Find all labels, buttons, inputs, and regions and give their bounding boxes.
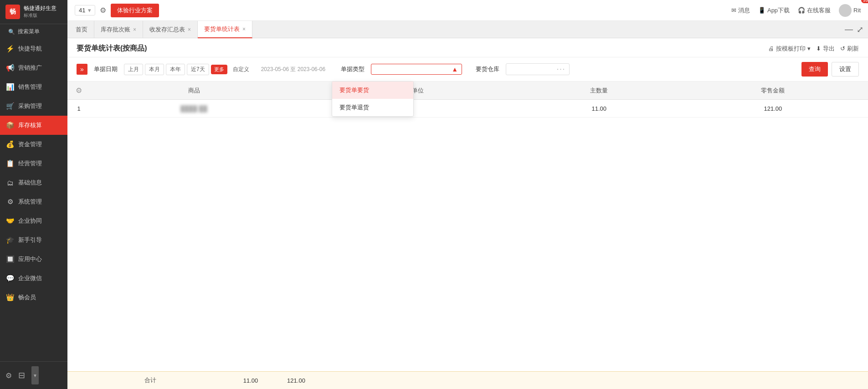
tab-receive-summary[interactable]: 收发存汇总表 ×	[143, 21, 198, 38]
table-body: 1 ████ ██ 块 11.00 121.00	[67, 100, 868, 118]
company-selector[interactable]: 41 ▾	[75, 5, 95, 15]
app-download-action[interactable]: 📱 App下载	[758, 6, 790, 15]
this-month-button[interactable]: 本月	[145, 64, 164, 75]
warehouse-filter-input[interactable]: ···	[506, 63, 570, 75]
sidebar-search[interactable]: 🔍 搜索菜单	[0, 24, 67, 39]
tab-expand-button[interactable]: ⤢	[857, 25, 863, 35]
sidebar-item-basic-info[interactable]: 🗂 基础信息	[0, 173, 67, 192]
warehouse-filter-label: 要货仓库	[476, 65, 499, 73]
print-label: 按模板打印	[776, 45, 806, 53]
header-settings-icon[interactable]: ⚙	[100, 6, 106, 15]
sidebar-item-membership[interactable]: 👑 畅会员	[0, 288, 67, 307]
sidebar-item-marketing[interactable]: 📢 营销推广	[0, 58, 67, 77]
tab-minimize-button[interactable]: —	[845, 25, 853, 34]
sidebar-nav: ⚡ 快捷导航 📢 营销推广 📊 销售管理 🛒 采购管理 📦 库存核算 💰 资金管…	[0, 39, 67, 361]
date-shortcuts: 上月 本月 本年 近7天 更多 自定义	[124, 64, 253, 75]
warehouse-dots-icon[interactable]: ···	[557, 65, 565, 73]
sidebar-item-label: 销售管理	[18, 83, 42, 91]
tab-order-stats-close[interactable]: ×	[242, 26, 246, 32]
sidebar-item-label: 库存核算	[18, 121, 42, 129]
trial-button[interactable]: 体验行业方案	[111, 4, 159, 17]
content-area: 要货单统计表(按商品) 🖨 按模板打印 ▾ ⬇ 导出 ↺ 刷新 »	[67, 38, 868, 389]
sidebar-item-guide[interactable]: 🎓 新手引导	[0, 230, 67, 250]
dropdown-item-order-purchase[interactable]: 要货单要货	[332, 82, 413, 99]
table-row: 1 ████ ██ 块 11.00 121.00	[67, 100, 868, 118]
tab-receive-summary-close[interactable]: ×	[188, 26, 191, 33]
online-service-action[interactable]: 🎧 在线客服	[798, 6, 831, 15]
company-chevron-icon: ▾	[88, 7, 91, 14]
logo-name: 畅捷通好生意	[24, 5, 56, 12]
type-filter-input-wrap[interactable]: ▲	[371, 64, 462, 75]
column-settings-icon[interactable]: ⚙	[76, 87, 82, 94]
message-icon: ✉	[731, 7, 736, 14]
sidebar-item-label: 快捷导航	[18, 45, 42, 53]
dropdown-item-order-return[interactable]: 要货单退货	[332, 99, 413, 116]
user-avatar	[839, 4, 852, 17]
type-filter-input[interactable]	[375, 66, 452, 73]
quick-nav-icon: ⚡	[5, 44, 15, 53]
user-name: Rit	[853, 7, 861, 14]
row-amount: 121.00	[678, 100, 868, 118]
sidebar-item-label: 新手引导	[18, 236, 42, 244]
membership-icon: 👑	[5, 293, 15, 302]
sidebar-item-inventory[interactable]: 📦 库存核算	[0, 116, 67, 135]
data-table: ⚙ 商品 主计量单位 主数量 零售金额 1 ████ ██ 块	[67, 82, 868, 118]
tab-inventory-batch[interactable]: 库存批次账 ×	[94, 21, 143, 38]
page-title: 要货单统计表(按商品)	[77, 44, 147, 53]
query-button[interactable]: 查询	[801, 62, 828, 77]
sidebar-item-enterprise[interactable]: 🤝 企业协同	[0, 211, 67, 230]
sidebar-item-operations[interactable]: 📋 经营管理	[0, 154, 67, 173]
type-filter-label: 单据类型	[341, 65, 365, 73]
sidebar-item-label: 经营管理	[18, 159, 42, 168]
print-action[interactable]: 🖨 按模板打印 ▾	[768, 45, 811, 53]
row-index: 1	[67, 100, 90, 118]
user-profile[interactable]: Rit	[839, 4, 861, 17]
sidebar-item-label: 企业微信	[18, 274, 42, 282]
tab-order-stats-label: 要货单统计表	[204, 25, 240, 33]
search-icon: 🔍	[8, 29, 15, 35]
more-dates-button[interactable]: 更多	[211, 65, 227, 74]
type-dropdown-menu: 要货单要货 要货单退货	[332, 81, 414, 117]
col-settings[interactable]: ⚙	[67, 82, 90, 100]
filter-settings-button[interactable]: 设置	[832, 62, 859, 77]
table-wrap: ⚙ 商品 主计量单位 主数量 零售金额 1 ████ ██ 块	[67, 82, 868, 371]
sidebar-item-quick-nav[interactable]: ⚡ 快捷导航	[0, 39, 67, 58]
sidebar-item-sales[interactable]: 📊 销售管理	[0, 77, 67, 97]
this-year-button[interactable]: 本年	[166, 64, 185, 75]
sidebar-item-label: 资金管理	[18, 140, 42, 148]
tab-order-stats[interactable]: 要货单统计表 ×	[198, 21, 252, 38]
custom-date-button[interactable]: 自定义	[229, 64, 253, 75]
top-header: 41 ▾ ⚙ 体验行业方案 ✉ 消息 99+ 📱 App下载 🎧 在线客服 R	[67, 0, 868, 21]
table-footer: 合计 11.00 121.00	[67, 371, 868, 389]
sidebar-scroll-down[interactable]: ▼	[31, 366, 39, 384]
inventory-icon: 📦	[5, 121, 15, 130]
sidebar-item-wechat[interactable]: 💬 企业微信	[0, 269, 67, 288]
last-7-days-button[interactable]: 近7天	[187, 64, 209, 75]
tab-home[interactable]: 首页	[69, 21, 94, 38]
export-action[interactable]: ⬇ 导出	[816, 45, 835, 53]
tab-inventory-batch-close[interactable]: ×	[133, 26, 136, 33]
tab-receive-summary-label: 收发存汇总表	[149, 26, 185, 34]
sidebar-item-purchase[interactable]: 🛒 采购管理	[0, 97, 67, 116]
table-header-row: ⚙ 商品 主计量单位 主数量 零售金额	[67, 82, 868, 100]
print-chevron-icon: ▾	[807, 45, 811, 52]
online-service-icon: 🎧	[798, 7, 805, 14]
message-action[interactable]: ✉ 消息 99+	[731, 6, 750, 15]
sidebar-item-system[interactable]: ⚙ 系统管理	[0, 192, 67, 211]
sidebar-settings-icon[interactable]: ⚙	[5, 371, 12, 380]
refresh-action[interactable]: ↺ 刷新	[840, 45, 859, 53]
filter-expand-button[interactable]: »	[77, 64, 87, 75]
sidebar-item-finance[interactable]: 💰 资金管理	[0, 135, 67, 154]
sidebar-item-app-center[interactable]: 🔲 应用中心	[0, 250, 67, 269]
sidebar-toggle-icon[interactable]: ⊟	[18, 370, 25, 380]
tab-home-label: 首页	[76, 26, 87, 34]
finance-icon: 💰	[5, 140, 15, 149]
prev-month-button[interactable]: 上月	[124, 64, 143, 75]
refresh-icon: ↺	[840, 45, 845, 52]
type-filter-chevron-icon[interactable]: ▲	[452, 66, 458, 73]
enterprise-icon: 🤝	[5, 216, 15, 225]
col-goods: 商品	[90, 82, 298, 100]
app-download-icon: 📱	[758, 7, 765, 14]
sidebar-item-label: 采购管理	[18, 102, 42, 110]
sidebar: 畅 畅捷通好生意 标准版 🔍 搜索菜单 ⚡ 快捷导航 📢 营销推广 📊 销售管理…	[0, 0, 67, 389]
